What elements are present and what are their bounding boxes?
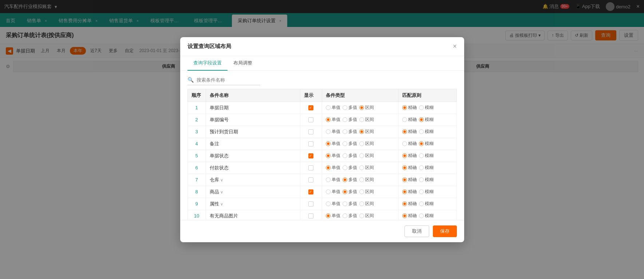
show-checkbox[interactable]: [308, 177, 313, 182]
radio-rule-item[interactable]: 精确: [402, 177, 417, 183]
radio-type-item[interactable]: 多值: [343, 165, 357, 171]
radio-type-item[interactable]: 单值: [326, 165, 340, 171]
radio-rule-item[interactable]: 模糊: [419, 189, 434, 195]
radio-type-item[interactable]: 单值: [326, 213, 340, 219]
radio-type-item[interactable]: 区间: [359, 177, 374, 183]
radio-circle: [359, 153, 364, 158]
radio-circle: [419, 153, 424, 158]
cell-show: [300, 138, 322, 150]
radio-type-item[interactable]: 单值: [326, 129, 340, 135]
radio-rule-item[interactable]: 精确: [402, 213, 417, 219]
radio-label: 精确: [408, 189, 417, 195]
cell-type: 单值多值区间: [322, 138, 398, 150]
show-checkbox[interactable]: [308, 105, 313, 110]
radio-type-item[interactable]: 单值: [326, 189, 340, 195]
modal-tab-layout[interactable]: 布局调整: [228, 56, 258, 71]
radio-label: 精确: [408, 129, 417, 135]
search-input[interactable]: [195, 76, 260, 83]
radio-type-item[interactable]: 多值: [343, 213, 357, 219]
radio-type-item[interactable]: 区间: [359, 201, 374, 207]
radio-rule-item[interactable]: 精确: [402, 141, 417, 147]
radio-rule-item[interactable]: 模糊: [419, 213, 434, 219]
modal-tab-fields[interactable]: 查询字段设置: [187, 56, 228, 71]
radio-rule-item[interactable]: 精确: [402, 189, 417, 195]
radio-type-item[interactable]: 区间: [359, 189, 374, 195]
cell-order: 8: [187, 186, 206, 198]
radio-type-item[interactable]: 多值: [343, 105, 357, 111]
radio-rule-item[interactable]: 模糊: [419, 141, 434, 147]
cell-show: [300, 102, 322, 114]
modal-tabs: 查询字段设置 布局调整: [180, 56, 464, 71]
radio-rule-item[interactable]: 模糊: [419, 165, 434, 171]
radio-type-item[interactable]: 区间: [359, 105, 374, 111]
cell-order: 6: [187, 162, 206, 174]
radio-circle: [343, 117, 347, 122]
radio-type-item[interactable]: 单值: [326, 153, 340, 159]
radio-type-item[interactable]: 单值: [326, 117, 340, 123]
cell-order: 3: [187, 126, 206, 138]
radio-circle: [326, 177, 331, 182]
radio-circle: [402, 213, 407, 218]
show-checkbox[interactable]: [308, 213, 313, 219]
radio-label: 模糊: [425, 153, 434, 159]
radio-type-item[interactable]: 区间: [359, 213, 374, 219]
radio-label: 精确: [408, 153, 417, 159]
config-table-scroll: 顺序 条件名称 显示 条件类型 匹配原则 1单据日期单值多值区间精确模糊2单据编…: [187, 89, 457, 220]
radio-type-item[interactable]: 多值: [343, 201, 357, 207]
show-checkbox[interactable]: [308, 165, 313, 170]
save-button[interactable]: 保存: [433, 225, 457, 237]
radio-type-item[interactable]: 区间: [359, 165, 374, 171]
show-checkbox[interactable]: [308, 153, 313, 158]
radio-rule-item[interactable]: 精确: [402, 153, 417, 159]
radio-type-item[interactable]: 多值: [343, 117, 357, 123]
radio-type-item[interactable]: 单值: [326, 105, 340, 111]
show-checkbox[interactable]: [308, 129, 313, 134]
radio-rule-item[interactable]: 精确: [402, 165, 417, 171]
radio-label: 单值: [332, 117, 340, 123]
show-checkbox[interactable]: [308, 117, 313, 122]
search-icon: 🔍: [187, 77, 194, 83]
radio-circle: [419, 141, 424, 146]
table-row: 6付款状态单值多值区间精确模糊: [187, 162, 457, 174]
radio-rule-item[interactable]: 精确: [402, 105, 417, 111]
radio-type-item[interactable]: 多值: [343, 129, 357, 135]
radio-label: 单值: [332, 201, 340, 207]
radio-type-item[interactable]: 区间: [359, 141, 374, 147]
cell-rule: 精确模糊: [398, 126, 457, 138]
radio-rule-item[interactable]: 模糊: [419, 117, 434, 123]
radio-label: 精确: [408, 201, 417, 207]
radio-label: 精确: [408, 177, 417, 183]
radio-type-item[interactable]: 单值: [326, 177, 340, 183]
radio-rule-item[interactable]: 模糊: [419, 129, 434, 135]
radio-rule-item[interactable]: 模糊: [419, 105, 434, 111]
radio-type-item[interactable]: 多值: [343, 189, 357, 195]
radio-circle: [402, 129, 407, 134]
radio-circle: [326, 141, 331, 146]
radio-label: 精确: [408, 105, 417, 111]
radio-type-item[interactable]: 多值: [343, 177, 357, 183]
cancel-button[interactable]: 取消: [404, 225, 429, 237]
radio-rule-item[interactable]: 模糊: [419, 177, 434, 183]
radio-type-item[interactable]: 区间: [359, 129, 374, 135]
radio-type-item[interactable]: 区间: [359, 117, 374, 123]
show-checkbox[interactable]: [308, 201, 313, 207]
radio-type-item[interactable]: 多值: [343, 153, 357, 159]
show-checkbox[interactable]: [308, 189, 313, 194]
radio-circle: [359, 189, 364, 194]
radio-label: 区间: [365, 105, 374, 111]
show-checkbox[interactable]: [308, 141, 313, 146]
radio-rule-item[interactable]: 精确: [402, 129, 417, 135]
radio-rule-item[interactable]: 精确: [402, 201, 417, 207]
table-row: 1单据日期单值多值区间精确模糊: [187, 102, 457, 114]
cell-rule: 精确模糊: [398, 162, 457, 174]
radio-type-item[interactable]: 多值: [343, 141, 357, 147]
radio-label: 区间: [365, 201, 374, 207]
modal-close-button[interactable]: ×: [453, 43, 457, 50]
radio-rule-item[interactable]: 精确: [402, 117, 417, 123]
radio-type-item[interactable]: 区间: [359, 153, 374, 159]
radio-type-item[interactable]: 单值: [326, 141, 340, 147]
radio-rule-item[interactable]: 模糊: [419, 201, 434, 207]
radio-rule-item[interactable]: 模糊: [419, 153, 434, 159]
radio-circle: [326, 153, 331, 158]
radio-type-item[interactable]: 单值: [326, 201, 340, 207]
